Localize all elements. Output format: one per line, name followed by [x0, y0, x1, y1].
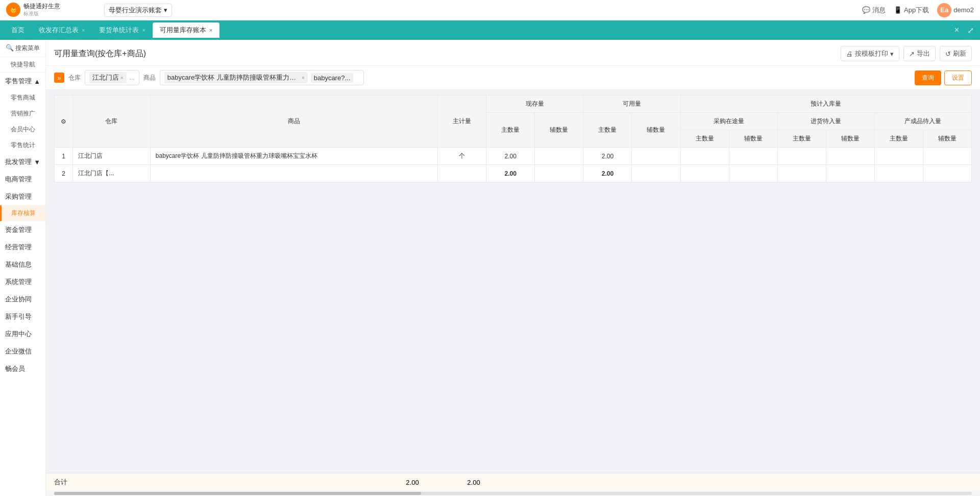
sidebar-search[interactable]: 🔍 搜索菜单 — [0, 40, 45, 57]
filter-expand-btn[interactable]: » — [54, 73, 64, 83]
row-purchase-main — [680, 165, 729, 182]
chevron-down-icon: ▾ — [164, 6, 167, 14]
message-btn[interactable]: 💬 消息 — [862, 6, 886, 15]
sidebar-retail-header[interactable]: 零售管理 ▲ — [0, 73, 45, 90]
chevron-down-icon: ▼ — [34, 158, 40, 166]
row-goods — [150, 165, 437, 182]
goods-tag-2[interactable]: babycare?... — [311, 73, 354, 83]
filter-bar: » 仓库 江北门店 × ... 商品 babycare学饮杯 儿童防摔防撞吸管杯… — [46, 66, 980, 90]
settings-col-header[interactable]: ⚙ — [55, 96, 73, 148]
tab-receive-summary[interactable]: 收发存汇总表 × — [32, 22, 92, 38]
data-table: ⚙ 仓库 商品 主计量 现存量 可用量 预计入库量 主数量 辅数量 主数量 辅数… — [54, 95, 972, 182]
sidebar-finance-header[interactable]: 资金管理 — [0, 221, 45, 239]
close-all-tabs-btn[interactable]: × — [952, 25, 961, 36]
sidebar-item-retail-stats[interactable]: 零售统计 — [0, 137, 45, 153]
sidebar-app-center-header[interactable]: 应用中心 — [0, 325, 45, 343]
query-button[interactable]: 查询 — [915, 70, 941, 85]
table-row: 1 江北门店 babycare学饮杯 儿童防摔防撞吸管杯重力球吸嘴杯宝宝水杯 个… — [55, 148, 972, 165]
row-purchase-aux — [729, 165, 777, 182]
sidebar-operations-header[interactable]: 经营管理 — [0, 239, 45, 256]
sidebar-retail-group: 零售管理 ▲ 零售商城 营销推广 会员中心 零售统计 — [0, 73, 45, 153]
stock-aux-header: 辅数量 — [535, 113, 583, 148]
row-index: 1 — [55, 148, 73, 165]
row-index: 2 — [55, 165, 73, 182]
sidebar-item-marketing[interactable]: 营销推广 — [0, 106, 45, 122]
industry-selector[interactable]: 母婴行业演示账套 ▾ — [104, 4, 172, 17]
row-available-main: 2.00 — [583, 148, 632, 165]
available-aux-header: 辅数量 — [632, 113, 680, 148]
row-purchase-aux — [729, 148, 777, 165]
sidebar-basic-info-header[interactable]: 基础信息 — [0, 256, 45, 273]
refresh-btn[interactable]: ↺ 刷新 — [940, 46, 972, 61]
sidebar-item-inventory[interactable]: 库存核算 — [0, 205, 45, 221]
more-options-icon[interactable]: ... — [130, 74, 135, 81]
export-btn[interactable]: ↗ 导出 — [903, 46, 936, 61]
print-btn[interactable]: 🖨 按模板打印 ▾ — [841, 46, 899, 61]
row-available-aux — [632, 165, 680, 182]
row-stock-aux — [535, 148, 583, 165]
scrollbar-thumb[interactable] — [54, 492, 421, 495]
row-goods: babycare学饮杯 儿童防摔防撞吸管杯重力球吸嘴杯宝宝水杯 — [150, 148, 437, 165]
sidebar-guide-header[interactable]: 新手引导 — [0, 308, 45, 325]
purchase-main-header: 主数量 — [680, 130, 729, 148]
app-download-btn[interactable]: 📱 App下载 — [894, 6, 929, 15]
expand-btn[interactable]: ⤢ — [965, 25, 976, 36]
tab-available-inventory[interactable]: 可用量库存账本 × — [153, 22, 219, 38]
settings-button[interactable]: 设置 — [944, 70, 972, 85]
main-layout: 🔍 搜索菜单 快捷导航 零售管理 ▲ 零售商城 营销推广 会员中心 零售统计 批… — [0, 40, 980, 496]
row-warehouse: 江北门店 — [73, 148, 151, 165]
chevron-up-icon: ▲ — [34, 78, 40, 85]
goods-col-header: 商品 — [150, 96, 437, 148]
footer-available-main: 2.00 — [443, 479, 504, 486]
production-aux-header: 辅数量 — [923, 130, 971, 148]
sidebar-ecommerce-header[interactable]: 电商管理 — [0, 171, 45, 188]
sidebar-quick-nav[interactable]: 快捷导航 — [0, 57, 45, 73]
sidebar-item-members[interactable]: 会员中心 — [0, 122, 45, 137]
available-main-header: 主数量 — [583, 113, 632, 148]
goods-label: 商品 — [143, 74, 156, 82]
footer-stock-main: 2.00 — [382, 479, 443, 486]
remove-goods-tag1-icon[interactable]: × — [302, 75, 305, 81]
close-icon[interactable]: × — [209, 27, 212, 33]
sidebar-purchase-header[interactable]: 采购管理 — [0, 188, 45, 205]
row-unit — [438, 165, 486, 182]
sidebar-system-header[interactable]: 系统管理 — [0, 273, 45, 291]
stock-main-header: 主数量 — [486, 113, 535, 148]
row-purchase-main — [680, 148, 729, 165]
sidebar-item-online-store[interactable]: 零售商城 — [0, 90, 45, 106]
sidebar-wholesale-header[interactable]: 批发管理 ▼ — [0, 153, 45, 171]
warehouse-tag[interactable]: 江北门店 × — [89, 72, 127, 83]
sidebar-member-header[interactable]: 畅会员 — [0, 360, 45, 377]
table-row: 2 江北门店【... 2.00 2.00 — [55, 165, 972, 182]
row-available-main: 2.00 — [583, 165, 632, 182]
expected-group-header: 预计入库量 — [680, 96, 972, 113]
goods-tag-1[interactable]: babycare学饮杯 儿童防摔防撞吸管杯重力球吸嘴杯宝宝水杯 × — [164, 72, 308, 83]
print-icon: 🖨 — [846, 50, 853, 58]
refresh-icon: ↺ — [945, 50, 951, 58]
horizontal-scrollbar[interactable] — [46, 491, 980, 496]
sidebar-wechat-header[interactable]: 企业微信 — [0, 343, 45, 360]
sidebar-enterprise-header[interactable]: 企业协同 — [0, 291, 45, 308]
goods-filter-group: babycare学饮杯 儿童防摔防撞吸管杯重力球吸嘴杯宝宝水杯 × babyca… — [160, 70, 364, 85]
tab-order-stats[interactable]: 要货单统计表 × — [92, 22, 152, 38]
remove-warehouse-tag-icon[interactable]: × — [120, 75, 124, 81]
row-warehouse: 江北门店【... — [73, 165, 151, 182]
warehouse-label: 仓库 — [68, 74, 81, 82]
page-header: 可用量查询(按仓库+商品) 🖨 按模板打印 ▾ ↗ 导出 ↺ 刷新 — [46, 40, 980, 66]
table-footer: 合计 2.00 2.00 — [46, 473, 980, 491]
logo-text: 畅捷通好生意 — [23, 3, 60, 10]
row-incoming-aux — [826, 165, 874, 182]
row-incoming-main — [777, 165, 826, 182]
download-icon: 📱 — [894, 6, 902, 14]
tab-home[interactable]: 首页 — [4, 22, 32, 38]
filter-actions: 查询 设置 — [915, 70, 972, 85]
row-production-aux — [923, 148, 971, 165]
close-icon[interactable]: × — [142, 27, 145, 33]
user-area[interactable]: Ea demo2 — [937, 3, 974, 17]
incoming-main-header: 主数量 — [777, 130, 826, 148]
tab-bar-right: × ⤢ — [952, 25, 976, 36]
row-stock-main: 2.00 — [486, 148, 535, 165]
page-title: 可用量查询(按仓库+商品) — [54, 49, 146, 59]
incoming-aux-header: 辅数量 — [826, 130, 874, 148]
close-icon[interactable]: × — [82, 27, 85, 33]
